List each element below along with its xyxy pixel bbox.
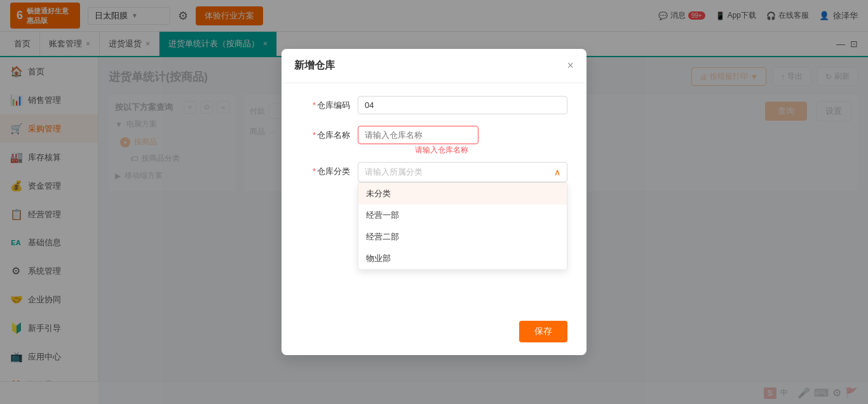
modal-header: 新增仓库 × xyxy=(281,49,587,83)
modal-footer: 保存 xyxy=(281,321,587,342)
required-marker: * xyxy=(313,130,316,140)
dropdown-item-2[interactable]: 经营二部 xyxy=(358,226,567,248)
warehouse-code-label: *仓库编码 xyxy=(301,96,358,111)
warehouse-category-wrap: 请输入所属分类 ∧ 未分类 经营一部 经营二部 物业部 xyxy=(358,162,567,182)
modal-close-button[interactable]: × xyxy=(567,59,574,72)
required-marker: * xyxy=(313,100,316,110)
warehouse-name-input[interactable] xyxy=(358,126,478,144)
warehouse-name-label: *仓库名称 xyxy=(301,126,358,141)
dropdown-item-0[interactable]: 未分类 xyxy=(358,183,567,205)
required-marker: * xyxy=(313,166,316,176)
form-row-name: *仓库名称 请输入仓库名称 xyxy=(301,126,567,144)
form-row-code: *仓库编码 xyxy=(301,96,567,114)
chevron-up-icon: ∧ xyxy=(554,167,560,177)
new-warehouse-modal: 新增仓库 × *仓库编码 *仓库名称 请输入仓库名称 xyxy=(281,49,587,355)
warehouse-category-label: *仓库分类 xyxy=(301,162,358,177)
modal-body: *仓库编码 *仓库名称 请输入仓库名称 *仓库分类 xyxy=(281,83,587,206)
dropdown-item-1[interactable]: 经营一部 xyxy=(358,205,567,226)
save-button[interactable]: 保存 xyxy=(519,321,567,342)
warehouse-name-error: 请输入仓库名称 xyxy=(415,145,468,156)
modal-title: 新增仓库 xyxy=(294,59,335,72)
warehouse-category-dropdown: 未分类 经营一部 经营二部 物业部 xyxy=(358,182,567,270)
warehouse-name-wrap: 请输入仓库名称 xyxy=(358,126,567,144)
form-row-category: *仓库分类 请输入所属分类 ∧ 未分类 经营一部 经营二部 物业部 xyxy=(301,162,567,182)
dropdown-item-3[interactable]: 物业部 xyxy=(358,248,567,269)
warehouse-code-input[interactable] xyxy=(358,96,567,114)
warehouse-category-trigger[interactable]: 请输入所属分类 ∧ xyxy=(358,162,567,182)
warehouse-category-placeholder: 请输入所属分类 xyxy=(365,166,423,178)
modal-overlay: 新增仓库 × *仓库编码 *仓库名称 请输入仓库名称 xyxy=(0,0,868,404)
